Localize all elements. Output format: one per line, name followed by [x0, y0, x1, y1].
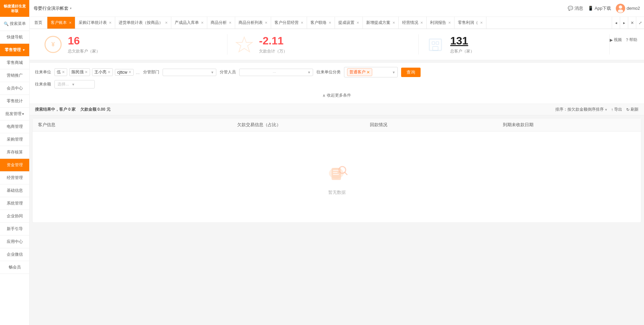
sidebar-item-finance[interactable]: 资金管理 — [0, 159, 29, 172]
chevron-down-icon: ▾ — [211, 70, 213, 75]
sidebar-item-system[interactable]: 系统管理 — [0, 197, 29, 210]
tab-customer-accounts[interactable]: 客户账本 ✕ — [47, 17, 75, 29]
close-icon[interactable]: ✕ — [69, 21, 72, 25]
filter-dept-select[interactable]: ▾ — [163, 69, 216, 76]
sidebar-item-marketing[interactable]: 营销推广 — [0, 69, 29, 82]
close-icon[interactable]: ✕ — [165, 21, 168, 25]
tab-retail-profit[interactable]: 零售利润（ ✕ — [455, 17, 486, 29]
tab-product-analysis-list[interactable]: 商品分析列表 ✕ — [235, 17, 271, 29]
search-icon: 🔍 — [4, 22, 9, 26]
filter-person-select[interactable]: ··· ▾ — [239, 69, 313, 76]
tab-promotion-settings[interactable]: 提成设置 ✕ — [335, 17, 363, 29]
close-icon[interactable]: ✕ — [109, 21, 112, 25]
sidebar-item-operations[interactable]: 经营管理 — [0, 172, 29, 184]
sidebar-item-retail-stats[interactable]: 零售统计 — [0, 95, 29, 108]
close-icon[interactable]: ✕ — [448, 21, 451, 25]
svg-line-16 — [345, 172, 347, 175]
close-icon[interactable]: ✕ — [356, 21, 359, 25]
filter-tag-wu: 伍 ✕ — [54, 68, 67, 76]
account-name: 母婴行业演示帐套 — [34, 5, 69, 11]
tab-scroll-left[interactable]: ◂ — [612, 17, 620, 29]
sort-dropdown[interactable]: 排序：按欠款金额倒序排序 ▾ — [555, 107, 607, 112]
avatar — [616, 4, 625, 13]
stats-row: ¥ 16 总欠款客户（家） -2.11 欠款合计（万） — [30, 29, 644, 60]
tab-purchase-stats-by-product[interactable]: 进货单统计表（按商品） ✕ — [115, 17, 171, 29]
svg-marker-5 — [236, 37, 252, 52]
video-icon: ▶ — [610, 38, 613, 42]
result-bar: 搜索结果中，客户 0 家 欠款金额 0.00 元 排序：按欠款金额倒序排序 ▾ … — [30, 104, 644, 115]
topbar: 母婴行业演示帐套 ▾ 💬 消息 📱 App下载 demo2 — [30, 0, 644, 17]
close-icon[interactable]: ✕ — [301, 21, 303, 25]
close-icon[interactable]: ✕ — [392, 21, 395, 25]
close-icon[interactable]: ✕ — [201, 21, 204, 25]
close-icon[interactable]: ✕ — [229, 21, 231, 25]
video-help-link[interactable]: ▶ 视频 — [610, 37, 622, 43]
stat-card-2-info: -2.11 欠款合计（万） — [259, 35, 287, 54]
close-icon[interactable]: ✕ — [420, 21, 423, 25]
filter-dept-label: 分管部门 — [143, 69, 159, 75]
sidebar-item-purchase[interactable]: 采购管理 — [0, 133, 29, 146]
tab-customer-tier-ops[interactable]: 客户分层经营 ✕ — [271, 17, 307, 29]
svg-rect-6 — [429, 39, 441, 50]
search-menu-button[interactable]: 🔍 搜索菜单 — [2, 20, 27, 28]
filter-balance-select[interactable]: 选择... ▾ — [54, 80, 95, 88]
sidebar-item-new-guide[interactable]: 新手引导 — [0, 223, 29, 236]
app-download-button[interactable]: 📱 App下载 — [588, 5, 611, 11]
tab-scroll-right[interactable]: ▸ — [620, 17, 628, 29]
sidebar-item-retail-mall[interactable]: 零售商城 — [0, 57, 29, 69]
help-icon: ? — [626, 38, 628, 42]
sidebar-item-member[interactable]: 会员中心 — [0, 82, 29, 95]
remove-tag-chenminqiang[interactable]: ✕ — [85, 70, 88, 74]
close-icon[interactable]: ✕ — [265, 21, 267, 25]
sidebar-item-basic-info[interactable]: 基础信息 — [0, 184, 29, 197]
tab-home[interactable]: 首页 — [30, 17, 47, 29]
filter-area: 往来单位 伍 ✕ 陈民强 ✕ 王小亮 ✕ — [30, 63, 644, 104]
tab-close-all[interactable]: ✕ — [628, 17, 636, 29]
sidebar-item-vip-member[interactable]: 畅会员 — [0, 261, 29, 274]
tab-product-inbound[interactable]: 产成品入库单 ✕ — [171, 17, 207, 29]
refresh-button[interactable]: ↻ 刷新 — [626, 107, 639, 112]
query-button[interactable]: 查询 — [401, 68, 421, 77]
remove-tag-cjttcw[interactable]: ✕ — [128, 70, 131, 74]
sidebar-item-app-center[interactable]: 应用中心 — [0, 236, 29, 248]
export-button[interactable]: ↑ 导出 — [611, 107, 622, 112]
close-icon[interactable]: ✕ — [480, 21, 483, 25]
money-circle-icon: ¥ — [43, 34, 63, 55]
sidebar-item-inventory[interactable]: 库存核算 — [0, 146, 29, 159]
close-icon[interactable]: ✕ — [329, 21, 331, 25]
user-menu[interactable]: demo2 — [616, 4, 640, 13]
tab-product-analysis[interactable]: 商品分析 ✕ — [207, 17, 235, 29]
collapse-filters-button[interactable]: ∧ 收起更多条件 — [323, 91, 351, 100]
tab-purchase-order-stats[interactable]: 采购订单统计表 ✕ — [75, 17, 115, 29]
message-button[interactable]: 💬 消息 — [568, 5, 583, 11]
tab-new-promotion-plan[interactable]: 新增提成方案 ✕ — [363, 17, 399, 29]
remove-tag-wangxiaoliang[interactable]: ✕ — [108, 70, 111, 74]
sidebar-item-enterprise-wechat[interactable]: 企业微信 — [0, 248, 29, 261]
tabbar-arrows: ◂ ▸ ✕ ⤢ — [612, 17, 644, 29]
filter-more-tags[interactable]: ... — [136, 70, 140, 75]
tab-maximize[interactable]: ⤢ — [636, 17, 644, 29]
tab-customer-contact[interactable]: 客户联络 ✕ — [307, 17, 335, 29]
refresh-icon: ↻ — [626, 107, 630, 112]
tab-profit-report[interactable]: 利润报告 ✕ — [427, 17, 455, 29]
chevron-down-icon: ▾ — [70, 6, 72, 10]
result-info: 搜索结果中，客户 0 家 欠款金额 0.00 元 — [35, 107, 111, 112]
tab-operations-status[interactable]: 经营情况 ✕ — [399, 17, 427, 29]
remove-category-tag[interactable]: ✕ — [367, 70, 370, 75]
result-actions: 排序：按欠款金额倒序排序 ▾ ↑ 导出 ↻ 刷新 — [555, 107, 639, 112]
logo-text: 畅捷通好生意 标版 — [4, 4, 26, 13]
filter-unit-category-select[interactable]: 普通客户 ✕ ▾ — [344, 67, 398, 77]
account-dropdown[interactable]: 母婴行业演示帐套 ▾ — [34, 5, 72, 11]
sidebar-item-ecommerce[interactable]: 电商管理 — [0, 120, 29, 133]
sidebar-item-retail-mgmt[interactable]: 零售管理 ▾ — [0, 44, 29, 57]
sidebar-item-quick-nav[interactable]: 快捷导航 — [0, 31, 29, 44]
sidebar-item-enterprise-coop[interactable]: 企业协同 — [0, 210, 29, 223]
sidebar-item-batch-mgmt[interactable]: 批发管理 ▾ — [0, 108, 29, 120]
stat-card-1-info: 16 总欠款客户（家） — [68, 35, 100, 54]
help-link[interactable]: ? 帮助 — [626, 37, 637, 43]
sidebar: 畅捷通好生意 标版 🔍 搜索菜单 快捷导航 零售管理 ▾ 零售商城 营销推广 会… — [0, 0, 30, 325]
remove-tag-wu[interactable]: ✕ — [62, 70, 65, 74]
filter-row-2: 往来余额 选择... ▾ — [35, 80, 639, 88]
data-table: 客户信息 欠款交易信息（占比） 回款情况 到期未收款日期 — [32, 118, 641, 223]
empty-state: 暂无数据 — [33, 132, 641, 222]
